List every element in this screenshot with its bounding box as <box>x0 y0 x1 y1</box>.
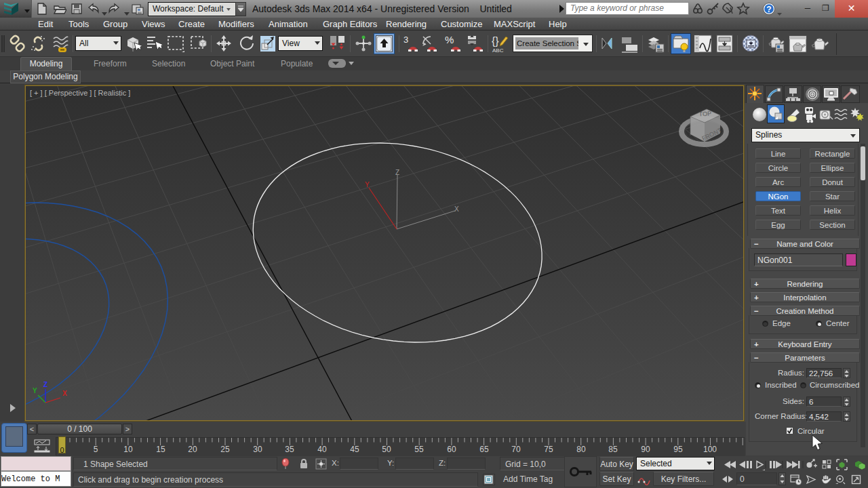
svg-text:55: 55 <box>414 445 424 454</box>
svg-text:95: 95 <box>673 445 683 454</box>
svg-text:10: 10 <box>123 445 133 454</box>
svg-text:80: 80 <box>576 445 586 454</box>
svg-text:3: 3 <box>403 35 408 45</box>
svg-text:25: 25 <box>220 445 230 454</box>
svg-text:%: % <box>445 35 454 45</box>
svg-text:70: 70 <box>511 445 521 454</box>
svg-text:30: 30 <box>253 445 262 454</box>
svg-text:50: 50 <box>382 445 391 454</box>
svg-text:5: 5 <box>94 445 98 454</box>
svg-text:40: 40 <box>317 445 327 454</box>
svg-text:85: 85 <box>608 445 618 454</box>
svg-text:ABC: ABC <box>492 47 504 54</box>
svg-text:15: 15 <box>156 445 165 454</box>
svg-text:20: 20 <box>188 445 197 454</box>
svg-text:65: 65 <box>479 445 489 454</box>
svg-text:{}: {} <box>492 35 499 47</box>
svg-text:35: 35 <box>285 445 294 454</box>
svg-text:?: ? <box>766 5 771 14</box>
svg-text:60: 60 <box>447 445 456 454</box>
svg-text:90: 90 <box>641 445 650 454</box>
svg-text:45: 45 <box>350 445 359 454</box>
svg-text:75: 75 <box>544 445 553 454</box>
svg-text:100: 100 <box>703 445 717 454</box>
